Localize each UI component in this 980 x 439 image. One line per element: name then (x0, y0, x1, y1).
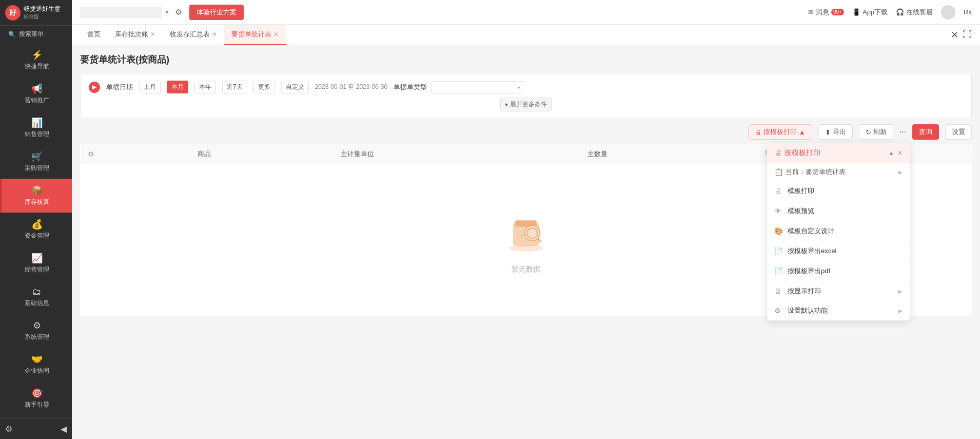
dropdown-menu: 🖨 按模板打印 ▲ ✕ 📋 当前：要货单统计表 ▶ 🖨 模板打印 (767, 143, 910, 321)
table-settings-icon[interactable]: ⚙ (88, 150, 94, 158)
dropdown-item-set-default[interactable]: ⚙ 设置默认功能 ▶ (767, 301, 910, 320)
topbar-chevron-icon[interactable]: ▾ (165, 8, 169, 16)
export-btn[interactable]: ⬆ 导出 (818, 124, 853, 140)
sidebar-item-purchase[interactable]: 🛒 采购管理 (0, 145, 72, 179)
date-btn-this-year[interactable]: 本年 (194, 81, 216, 93)
export-excel-icon: 📄 (774, 247, 783, 255)
empty-text: 暂无数据 (512, 265, 540, 274)
online-service-action[interactable]: 🎧 在线客服 (896, 8, 933, 17)
refresh-btn[interactable]: ↻ 刷新 (859, 124, 893, 140)
dropdown-title: 🖨 按模板打印 (774, 148, 820, 158)
date-btn-7days[interactable]: 近7天 (222, 81, 247, 93)
order-type-select[interactable] (431, 81, 523, 93)
sidebar-item-enterprise[interactable]: 🤝 企业协同 (0, 348, 72, 381)
avatar[interactable] (941, 5, 955, 20)
date-filter-label: 单据日期 (106, 83, 133, 92)
sidebar-item-inventory[interactable]: 📦 库存核算 (0, 179, 72, 213)
tab-close-order-stats[interactable]: ✕ (273, 31, 279, 38)
collapse-icon[interactable]: ◀ (61, 424, 67, 434)
sidebar: 好 畅捷通好生意 标准版 🔍 搜索菜单 ⚡ 快捷导航 📢 营销推广 📊 销售管理… (0, 0, 72, 439)
tab-maximize-icon[interactable]: ⛶ (963, 29, 972, 40)
topbar-gear-icon[interactable]: ⚙ (175, 7, 182, 17)
template-print-icon: 🖨 (774, 187, 783, 195)
app-download-action[interactable]: 📱 App下载 (852, 8, 888, 17)
chevron-up-icon: ▲ (799, 128, 806, 136)
filter-row-2: ▾ 展开更多条件 (89, 98, 963, 111)
dropdown-header: 🖨 按模板打印 ▲ ✕ (767, 143, 910, 163)
dropdown-up-btn[interactable]: ▲ (888, 149, 894, 157)
sidebar-item-finance[interactable]: 💰 资金管理 (0, 213, 72, 246)
date-btn-more[interactable]: 更多 (253, 81, 275, 93)
dropdown-current-item[interactable]: 📋 当前：要货单统计表 ▶ (767, 163, 910, 181)
enterprise-icon: 🤝 (31, 354, 43, 365)
date-btn-this-month[interactable]: 本月 (167, 81, 188, 93)
sidebar-item-marketing[interactable]: 📢 营销推广 (0, 77, 72, 111)
current-arrow-icon: ▶ (898, 169, 903, 175)
sales-icon: 📊 (31, 117, 43, 128)
sidebar-item-system[interactable]: ⚙ 系统管理 (0, 314, 72, 348)
query-btn[interactable]: 查询 (912, 124, 939, 140)
export-icon: ⬆ (825, 128, 831, 136)
tab-close-inventory-batch[interactable]: ✕ (150, 31, 155, 38)
dropdown-item-display-print[interactable]: 🖥 按显示打印 ▶ (767, 281, 910, 301)
more-actions-btn[interactable]: ··· (899, 127, 906, 137)
empty-illustration (500, 205, 552, 257)
set-default-arrow: ▶ (898, 308, 903, 314)
tabs-right-actions: ✕ ⛶ (951, 29, 972, 41)
tab-receipt-summary[interactable]: 收发存汇总表 ✕ (163, 25, 224, 45)
topbar: ▾ ⚙ 体验行业方案 ✉ 消息 99+ 📱 App下载 🎧 在线客服 Rit (72, 0, 980, 25)
template-print-btn[interactable]: 🖨 按模板打印 ▲ (748, 124, 812, 140)
order-type-filter: 单据单类型 (394, 81, 523, 93)
username: Rit (964, 8, 972, 16)
tab-close-all-icon[interactable]: ✕ (951, 29, 958, 41)
sidebar-item-quick-nav[interactable]: ⚡ 快捷导航 (0, 43, 72, 77)
dropdown-item-template-preview[interactable]: 👁 模板预览 (767, 201, 910, 221)
sidebar-item-sales[interactable]: 📊 销售管理 (0, 111, 72, 145)
settings-btn[interactable]: 设置 (945, 124, 972, 140)
quick-nav-icon: ⚡ (31, 49, 43, 61)
base-icon: 🗂 (32, 287, 42, 297)
filter-toggle-btn[interactable]: ▶ (89, 82, 100, 93)
dropdown-close-btn[interactable]: ✕ (897, 149, 903, 157)
sidebar-item-operation[interactable]: 📈 经营管理 (0, 246, 72, 280)
order-type-select-wrapper (431, 81, 523, 93)
col-unit: 主计量单位 (334, 144, 580, 164)
tab-close-receipt-summary[interactable]: ✕ (212, 31, 217, 38)
dropdown-item-export-excel[interactable]: 📄 按模板导出excel (767, 241, 910, 261)
export-pdf-icon: 📄 (774, 267, 783, 275)
col-qty: 主数量 (580, 144, 758, 164)
date-btn-custom[interactable]: 自定义 (281, 81, 309, 93)
expand-filter-btn[interactable]: ▾ 展开更多条件 (500, 98, 552, 111)
col-settings: ⚙ (81, 144, 191, 164)
sidebar-bottom: ⚙ ◀ (0, 418, 72, 439)
tab-order-stats[interactable]: 要货单统计表 ✕ (224, 25, 286, 45)
tab-inventory-batch[interactable]: 库存批次账 ✕ (108, 25, 163, 45)
dropdown-item-export-pdf[interactable]: 📄 按模板导出pdf (767, 261, 910, 281)
experience-btn[interactable]: 体验行业方案 (189, 5, 244, 20)
toolbar: 🖨 按模板打印 ▲ ⬆ 导出 ↻ 刷新 ··· 查询 设置 (80, 124, 972, 140)
dropdown-item-template-print[interactable]: 🖨 模板打印 (767, 181, 910, 201)
display-print-arrow: ▶ (898, 289, 903, 294)
tab-home[interactable]: 首页 (80, 25, 108, 45)
messages-action[interactable]: ✉ 消息 99+ (808, 8, 844, 17)
date-btn-last-month[interactable]: 上月 (139, 81, 161, 93)
dropdown-item-template-design[interactable]: 🎨 模板自定义设计 (767, 221, 910, 241)
col-product: 商品 (190, 144, 334, 164)
sidebar-item-base[interactable]: 🗂 基础信息 (0, 280, 72, 314)
sidebar-item-guide[interactable]: 🎯 新手引导 (0, 381, 72, 415)
filter-bar: ▶ 单据日期 上月 本月 本年 近7天 更多 自定义 2023-06-01 至 … (80, 74, 972, 118)
sidebar-search[interactable]: 🔍 搜索菜单 (0, 26, 72, 43)
sidebar-logo: 好 畅捷通好生意 标准版 (0, 0, 72, 26)
inventory-icon: 📦 (31, 185, 43, 196)
settings-bottom-icon[interactable]: ⚙ (5, 424, 12, 434)
display-print-icon: 🖥 (774, 287, 783, 295)
order-type-label: 单据单类型 (394, 83, 427, 92)
guide-icon: 🎯 (31, 388, 43, 399)
purchase-icon: 🛒 (31, 151, 43, 162)
printer-icon: 🖨 (755, 128, 761, 136)
page-title: 要货单统计表(按商品) (80, 53, 972, 66)
date-range-display: 2023-06-01 至 2023-06-30 (315, 83, 387, 91)
topbar-search-input[interactable] (80, 7, 162, 18)
refresh-icon: ↻ (866, 128, 871, 136)
tabs-bar: 首页 库存批次账 ✕ 收发存汇总表 ✕ 要货单统计表 ✕ ✕ ⛶ (72, 25, 980, 45)
